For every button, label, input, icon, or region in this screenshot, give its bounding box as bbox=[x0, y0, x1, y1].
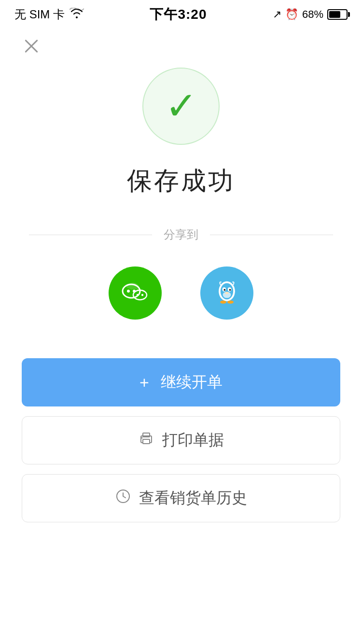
print-label: 打印单据 bbox=[162, 430, 224, 451]
carrier-text: 无 SIM 卡 bbox=[14, 7, 65, 22]
wechat-share-button[interactable] bbox=[109, 266, 162, 320]
success-circle: ✓ bbox=[142, 68, 220, 145]
divider-line-left bbox=[29, 235, 152, 235]
svg-point-14 bbox=[220, 300, 226, 304]
svg-point-10 bbox=[223, 289, 225, 291]
divider-line-right bbox=[210, 235, 333, 235]
qq-share-button[interactable] bbox=[200, 266, 253, 320]
share-label: 分享到 bbox=[152, 227, 210, 242]
status-right: ↗ ⏰ 68% bbox=[273, 8, 348, 21]
qq-icon bbox=[212, 279, 241, 308]
svg-point-19 bbox=[141, 437, 143, 439]
action-buttons: + 继续开单 打印单据 查看销货单历史 bbox=[22, 358, 340, 522]
svg-point-11 bbox=[229, 289, 231, 291]
history-button[interactable]: 查看销货单历史 bbox=[22, 474, 340, 522]
wifi-icon bbox=[70, 8, 84, 21]
svg-point-13 bbox=[223, 292, 231, 298]
battery-icon bbox=[327, 9, 348, 20]
continue-label: 继续开单 bbox=[161, 372, 223, 393]
status-bar: 无 SIM 卡 下午3:20 ↗ ⏰ 68% bbox=[0, 0, 362, 29]
svg-rect-18 bbox=[143, 439, 150, 444]
status-left: 无 SIM 卡 bbox=[14, 7, 84, 22]
svg-point-4 bbox=[137, 294, 139, 296]
continue-button[interactable]: + 继续开单 bbox=[22, 358, 340, 406]
close-button[interactable] bbox=[19, 34, 43, 58]
history-label: 查看销货单历史 bbox=[139, 488, 247, 509]
location-icon: ↗ bbox=[273, 8, 281, 21]
success-title: 保存成功 bbox=[127, 164, 235, 198]
share-icons bbox=[109, 266, 253, 320]
share-divider: 分享到 bbox=[0, 227, 362, 242]
print-button[interactable]: 打印单据 bbox=[22, 416, 340, 464]
battery-percentage: 68% bbox=[302, 8, 323, 21]
time-display: 下午3:20 bbox=[150, 5, 207, 24]
main-content: ✓ 保存成功 分享到 bbox=[0, 29, 362, 522]
alarm-icon: ⏰ bbox=[285, 8, 298, 21]
print-icon bbox=[138, 430, 154, 450]
svg-point-5 bbox=[141, 294, 143, 296]
history-icon bbox=[115, 488, 131, 508]
svg-point-15 bbox=[227, 300, 234, 304]
checkmark-icon: ✓ bbox=[165, 87, 197, 126]
wechat-icon bbox=[120, 278, 151, 308]
svg-point-1 bbox=[127, 290, 130, 293]
continue-icon: + bbox=[139, 373, 149, 392]
